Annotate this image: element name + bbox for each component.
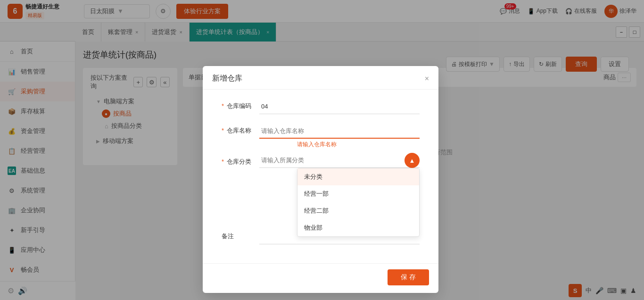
modal-title: 新增仓库	[212, 74, 242, 83]
add-warehouse-modal: 新增仓库 × * 仓库编码 * 仓库名称 请输入仓库名称 *	[203, 66, 438, 293]
modal-footer: 保 存	[203, 263, 438, 293]
chevron-up-icon: ▲	[409, 157, 415, 164]
modal-body: * 仓库编码 * 仓库名称 请输入仓库名称 * 仓库分类	[203, 90, 438, 263]
warehouse-code-row: * 仓库编码	[222, 99, 420, 114]
code-required-star: *	[222, 102, 224, 109]
save-button[interactable]: 保 存	[388, 269, 429, 285]
dropdown-item-1[interactable]: 经营一部	[297, 185, 419, 202]
warehouse-code-label: * 仓库编码	[222, 99, 259, 110]
modal-close-button[interactable]: ×	[425, 75, 429, 83]
category-select-wrapper: ▲ 未分类 经营一部 经营二部 物业部	[259, 153, 420, 168]
warehouse-name-input[interactable]	[259, 124, 420, 139]
warehouse-category-label: * 仓库分类	[222, 155, 259, 166]
dropdown-item-0[interactable]: 未分类	[297, 168, 419, 185]
category-required-star: *	[222, 158, 224, 165]
warehouse-name-row: * 仓库名称 请输入仓库名称	[222, 124, 420, 139]
category-dropdown-toggle[interactable]: ▲	[405, 153, 420, 168]
name-required-star: *	[222, 127, 224, 134]
warehouse-category-row: * 仓库分类 ▲ 未分类 经营一部 经营二部 物业部	[222, 153, 420, 168]
warehouse-code-input[interactable]	[259, 99, 420, 114]
warehouse-name-label: * 仓库名称	[222, 124, 259, 135]
category-dropdown-list: 未分类 经营一部 经营二部 物业部	[297, 168, 420, 237]
dropdown-item-3[interactable]: 物业部	[297, 219, 419, 236]
warehouse-note-label: 备注	[222, 229, 259, 241]
warehouse-category-input[interactable]	[259, 153, 420, 168]
modal-header: 新增仓库 ×	[203, 66, 438, 90]
name-input-wrapper: 请输入仓库名称	[259, 124, 420, 139]
dropdown-item-2[interactable]: 经营二部	[297, 202, 419, 219]
name-error-message: 请输入仓库名称	[297, 141, 337, 149]
